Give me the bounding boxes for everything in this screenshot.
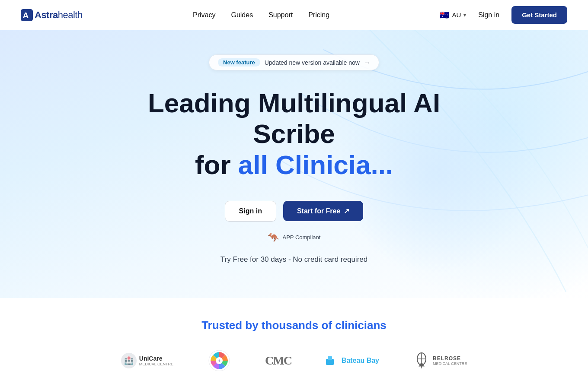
- compliance-text: APP Compliant: [283, 234, 321, 241]
- hero-buttons: Sign in Start for Free ↗: [225, 201, 364, 222]
- navbar: A Astrahealth Privacy Guides Support Pri…: [0, 0, 588, 30]
- svg-rect-5: [326, 359, 334, 365]
- hero-title-prefix: for: [195, 150, 238, 180]
- cmc-logo: CMC: [265, 354, 291, 368]
- svg-text:+: +: [218, 358, 220, 363]
- signin-button[interactable]: Sign in: [473, 8, 505, 22]
- belrose-logo: BELROSE MEDICAL CENTRE: [414, 352, 467, 369]
- chevron-down-icon: ▾: [463, 12, 466, 18]
- hero-title: Leading Multilingual AI Scribe for all C…: [110, 88, 478, 180]
- nav-pricing[interactable]: Pricing: [308, 11, 329, 19]
- unicare-icon: 🏥: [121, 353, 137, 368]
- get-started-button[interactable]: Get Started: [511, 6, 567, 24]
- hero-start-arrow-icon: ↗: [344, 207, 349, 215]
- hero-start-button[interactable]: Start for Free ↗: [283, 201, 363, 221]
- hero-title-line1: Leading Multilingual AI Scribe: [148, 88, 440, 149]
- hero-title-highlight: all Clinicia...: [238, 150, 393, 180]
- badge-arrow-icon: →: [364, 59, 370, 66]
- hero-compliance: 🦘 APP Compliant: [268, 232, 321, 243]
- new-feature-badge[interactable]: New feature Updated new version availabl…: [209, 54, 379, 70]
- nav-right: 🇦🇺 AU ▾ Sign in Get Started: [440, 6, 567, 24]
- hero-section: New feature Updated new version availabl…: [0, 30, 588, 298]
- hero-signin-button[interactable]: Sign in: [225, 201, 276, 222]
- svg-text:A: A: [22, 11, 29, 20]
- logos-row: 🏥 UniCare MEDICAL CENTRE: [10, 349, 578, 371]
- region-label: AU: [452, 11, 461, 19]
- trusted-title: Trusted by thousands of clinicians: [201, 319, 387, 332]
- logo-health-text: health: [58, 10, 83, 21]
- belrose-icon: [414, 352, 429, 369]
- region-selector[interactable]: 🇦🇺 AU ▾: [440, 11, 466, 19]
- trusted-section: Trusted by thousands of clinicians 🏥 Uni…: [0, 298, 588, 371]
- unicare-name: UniCare: [139, 355, 173, 362]
- au-flag: 🇦🇺: [440, 11, 449, 19]
- cmc-text: CMC: [265, 354, 291, 368]
- belrose-name: BELROSE: [433, 355, 467, 361]
- svg-rect-6: [328, 356, 332, 360]
- nav-support[interactable]: Support: [268, 11, 293, 19]
- australia-icon: 🦘: [268, 232, 279, 243]
- logo-icon: A: [21, 9, 33, 21]
- nav-privacy[interactable]: Privacy: [193, 11, 215, 19]
- healthplus-logo: +: [208, 349, 230, 371]
- belrose-subtitle: MEDICAL CENTRE: [433, 361, 467, 366]
- nav-links: Privacy Guides Support Pricing: [193, 11, 329, 19]
- logo[interactable]: A Astrahealth: [21, 9, 83, 21]
- hero-title-line2: for all Clinicia...: [110, 149, 478, 180]
- bateau-bay-text: Bateau Bay: [342, 357, 379, 365]
- nav-guides[interactable]: Guides: [231, 11, 253, 19]
- hero-free-text: Try Free for 30 days - No credit card re…: [220, 255, 368, 264]
- unicare-logo: 🏥 UniCare MEDICAL CENTRE: [121, 353, 173, 368]
- logo-astra-text: Astra: [35, 10, 58, 21]
- healthplus-icon: +: [208, 349, 230, 371]
- hero-start-label: Start for Free: [297, 207, 340, 215]
- badge-tag: New feature: [218, 58, 260, 67]
- unicare-subtitle: MEDICAL CENTRE: [139, 362, 173, 366]
- bateau-bay-logo: Bateau Bay: [326, 355, 379, 367]
- bateau-bay-icon: [326, 355, 338, 367]
- badge-text: Updated new version available now: [265, 59, 360, 66]
